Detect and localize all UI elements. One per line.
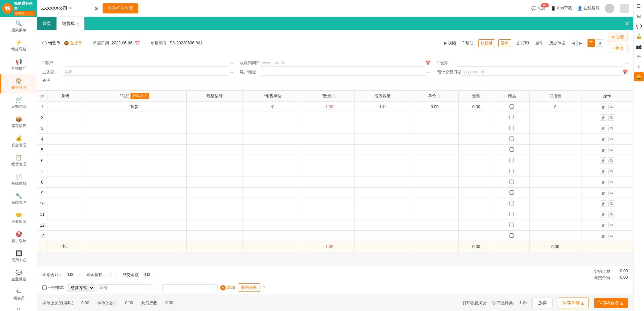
remark-input[interactable] <box>63 77 628 84</box>
sidebar-item-appstore[interactable]: 🔲 应用中心 <box>0 247 37 266</box>
right-panel-list-btn[interactable]: ☰ <box>634 1 644 11</box>
col-setting[interactable]: ⚙ <box>37 91 47 102</box>
print-btn[interactable]: 🖨 打印 <box>515 40 530 47</box>
gift-checkbox-7[interactable] <box>509 169 514 173</box>
row-unitprice-2[interactable] <box>411 112 458 123</box>
right-panel-star-btn[interactable]: ☆ <box>634 62 644 71</box>
row-copy-btn-2[interactable]: ⧉ <box>608 114 614 121</box>
salesperson-dots[interactable]: ··· <box>230 70 233 75</box>
gift-checkbox-11[interactable] <box>509 212 514 216</box>
sidebar-item-member[interactable]: 🏷 畅会员 <box>0 285 37 304</box>
row-barcode-1[interactable] <box>47 102 83 112</box>
gift-checkbox-4[interactable] <box>509 137 514 141</box>
row-spec-2[interactable] <box>186 112 242 123</box>
row-copy-btn-8[interactable]: ⧉ <box>608 179 614 185</box>
scan-btn[interactable]: 扫码录入 <box>130 93 149 99</box>
nav-next-btn[interactable]: ▶ <box>577 40 584 46</box>
online-service-btn[interactable]: 👤 在线客服 <box>577 5 600 11</box>
radio-return-input[interactable] <box>64 41 69 45</box>
row-copy-btn-12[interactable]: ⧉ <box>608 222 614 228</box>
row-delete-btn-10[interactable]: 🗑 <box>600 200 607 207</box>
avatar2[interactable] <box>620 4 629 13</box>
right-panel-camera-btn[interactable]: 📷 <box>634 42 644 51</box>
tab-close-topright-icon[interactable]: ✕ <box>625 21 629 27</box>
warehouse-input[interactable]: 建材仓 <box>457 60 623 67</box>
row-amount-2[interactable] <box>459 112 494 123</box>
row-packqty-2[interactable] <box>354 112 411 123</box>
sidebar-item-sales[interactable]: 🏠 销售管理 <box>0 74 37 93</box>
sidebar-item-guide[interactable]: 🎯 新手引导 <box>0 228 37 247</box>
message-btn[interactable]: 💬 消息 99+ <box>531 5 545 11</box>
row-spec-1[interactable] <box>186 102 242 112</box>
radio-sales-input[interactable] <box>42 41 47 45</box>
sidebar-item-basic-info[interactable]: 📄 基础信息 <box>0 170 37 189</box>
sidebar-item-management[interactable]: 📋 经营管理 <box>0 151 37 170</box>
row-delete-btn-4[interactable]: 🗑 <box>600 136 607 142</box>
right-panel-edit-btn[interactable]: ✏ <box>634 52 644 61</box>
row-product-2[interactable] <box>83 112 186 123</box>
customer-input[interactable] <box>63 60 228 67</box>
row-product-1[interactable]: 拆货 <box>83 102 186 112</box>
company-selector[interactable]: XXXXXX公司 ▼ <box>41 5 91 11</box>
account-input[interactable] <box>97 284 152 291</box>
gift-checkbox-5[interactable] <box>509 147 514 152</box>
shortcut-btn[interactable]: 快捷键 <box>478 39 495 47</box>
row-gift-1[interactable] <box>494 102 529 112</box>
sidebar-item-wecom[interactable]: 💬 企业微信 <box>0 266 37 285</box>
row-packqty-1[interactable]: 1个 <box>354 102 411 112</box>
row-delete-btn-3[interactable]: 🗑 <box>600 125 607 131</box>
footer-help-icon[interactable]: ? <box>263 285 265 290</box>
date-cal-icon[interactable]: 📅 <box>135 41 140 45</box>
row-gift-2[interactable] <box>494 112 529 123</box>
grid-view-btn[interactable]: ⊞ <box>596 39 603 47</box>
gift-checkbox-8[interactable] <box>509 180 514 184</box>
experience-btn[interactable]: 体验行业方案 <box>103 3 138 13</box>
tab-home[interactable]: 首页 <box>37 17 56 30</box>
video-btn[interactable]: ▶ 视频 <box>443 40 457 47</box>
sidebar-item-inventory[interactable]: 📦 库存核算 <box>0 113 37 132</box>
row-amount-1[interactable]: 0.00 <box>459 102 494 112</box>
account-dots[interactable]: ··· <box>156 285 160 290</box>
delivery-cal-icon[interactable]: 📅 <box>622 70 628 75</box>
row-delete-btn-2[interactable]: 🗑 <box>600 114 607 121</box>
logistics-btn[interactable]: + 物流 <box>608 44 628 53</box>
row-delete-btn-13[interactable]: 🗑 <box>600 233 607 239</box>
sidebar-item-finance[interactable]: 💰 资金管理 <box>0 132 37 151</box>
history-btn[interactable]: 历史单据 <box>548 40 567 47</box>
due-date-cal-icon[interactable]: 📅 <box>425 61 430 66</box>
row-unit-1[interactable]: 个 <box>242 102 303 112</box>
row-delete-btn-6[interactable]: 🗑 <box>600 157 607 164</box>
settings-btn[interactable]: ⚙ 设置 <box>608 33 628 42</box>
customer-address-input[interactable] <box>260 69 426 76</box>
row-quantity-1[interactable]: -1.00 <box>303 102 354 112</box>
one-click-pay-checkbox[interactable] <box>42 285 47 290</box>
gift-checkbox-13[interactable] <box>509 233 514 238</box>
tab-sales-order[interactable]: 销货单 ✕ <box>56 17 84 30</box>
payment-amount-input[interactable] <box>162 284 218 291</box>
app-download-btn[interactable]: 📱 App下载 <box>551 5 572 11</box>
row-unit-2[interactable] <box>242 112 303 123</box>
gift-checkbox-12[interactable] <box>509 223 514 227</box>
one-click-pay-checkbox-label[interactable]: 一键收款 <box>42 285 64 290</box>
gift-checkbox-10[interactable] <box>509 201 514 205</box>
row-delete-btn-7[interactable]: 🗑 <box>600 168 607 174</box>
settlement-method-select[interactable]: 结算方式 <box>67 284 94 291</box>
row-delete-btn-12[interactable]: 🗑 <box>600 222 607 228</box>
gift-checkbox-6[interactable] <box>509 158 514 162</box>
right-panel-grid-btn[interactable]: ⊞ <box>634 11 644 21</box>
row-copy-btn-5[interactable]: ⧉ <box>608 147 614 153</box>
sidebar-item-purchase[interactable]: 🛒 采购管理 <box>0 93 37 113</box>
row-copy-btn-1[interactable]: ⧉ <box>608 104 614 110</box>
avatar[interactable] <box>605 4 614 13</box>
discard-btn[interactable]: 放弃 <box>532 298 553 308</box>
nav-prev-btn[interactable]: ◀ <box>570 40 577 46</box>
save-new-btn[interactable]: 保存&新增 ▲ <box>594 298 628 308</box>
tab-close-icon[interactable]: ✕ <box>76 22 79 26</box>
right-panel-orange-btn[interactable]: 🔔 <box>634 72 644 81</box>
row-copy-btn-7[interactable]: ⧉ <box>608 168 614 174</box>
row-copy-btn-6[interactable]: ⧉ <box>608 157 614 164</box>
row-copy-btn-13[interactable]: ⧉ <box>608 233 614 239</box>
save-draft-btn[interactable]: 保存草稿 ▲ <box>558 298 589 308</box>
row-copy-btn-10[interactable]: ⧉ <box>608 200 614 207</box>
radio-sales-order[interactable]: 销售单 <box>42 40 60 46</box>
